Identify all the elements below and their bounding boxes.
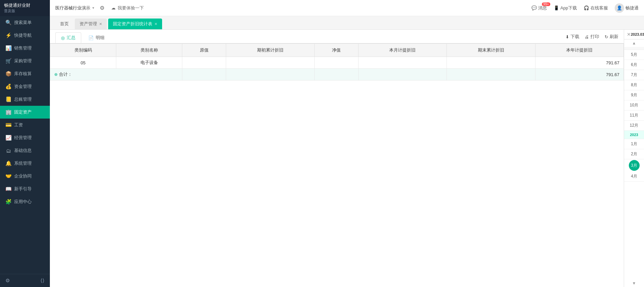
date-item-prev-11月[interactable]: 11月 (624, 110, 644, 121)
sidebar-item-inventory[interactable]: 📦库存核算 (0, 67, 50, 80)
total-row: ⊕合计：791.67 (50, 69, 624, 81)
col-本月计提折旧: 本月计提折旧 (358, 44, 447, 57)
sidebar: 畅捷通好业财 普及版 🔍搜索菜单⚡快捷导航📊销售管理🛒采购管理📦库存核算💰资金管… (0, 0, 50, 287)
collapse-icon[interactable]: ⟨⟩ (40, 278, 44, 284)
sidebar-item-collab[interactable]: 🤝企业协同 (0, 170, 50, 183)
sidebar-label-base-info: 基础信息 (14, 148, 32, 154)
sidebar-item-fixed-assets[interactable]: 🏢固定资产 (0, 106, 50, 119)
sidebar-item-purchase[interactable]: 🛒采购管理 (0, 55, 50, 67)
user-menu[interactable]: 👤 畅捷通 (615, 3, 639, 13)
date-item-prev-12月[interactable]: 12月 (624, 121, 644, 131)
app-download-label: App下载 (560, 5, 577, 11)
sidebar-bottom: ⚙ ⟨⟩ (0, 274, 50, 287)
sidebar-item-search[interactable]: 🔍搜索菜单 (0, 16, 50, 29)
total-cell-6 (447, 69, 535, 81)
sidebar-item-finance[interactable]: 💰资金管理 (0, 80, 50, 93)
download-icon: ⬇ (565, 34, 569, 39)
download-btn[interactable]: ⬇ 下载 (565, 34, 579, 40)
main-panel: ◎汇总📄明细 ⬇ 下载 🖨 打印 ↻ 刷新 (50, 30, 624, 287)
sidebar-item-guide[interactable]: 📖新手引导 (0, 183, 50, 195)
tab-close-depreciation[interactable]: ✕ (154, 22, 157, 26)
date-item-prev-9月[interactable]: 9月 (624, 90, 644, 100)
refresh-btn[interactable]: ↻ 刷新 (605, 34, 618, 40)
sidebar-item-ledger[interactable]: 📒总账管理 (0, 93, 50, 106)
date-item-2023-4月[interactable]: 4月 (624, 171, 644, 182)
col-类别编码: 类别编码 (50, 44, 116, 57)
inventory-icon: 📦 (5, 71, 11, 77)
print-btn[interactable]: 🖨 打印 (585, 34, 599, 40)
guide-icon: 📖 (5, 186, 11, 192)
subtab-label-detail: 明细 (96, 35, 104, 41)
company-arrow-icon: ▾ (92, 6, 94, 10)
app-name: 畅捷通好业财 (4, 3, 30, 8)
date-item-2023-1月[interactable]: 1月 (624, 139, 644, 149)
col-本年计提折旧: 本年计提折旧 (535, 44, 623, 57)
total-cell-2 (182, 69, 226, 81)
sys-icon: 🔔 (5, 160, 11, 166)
service-icon: 🎧 (584, 5, 589, 10)
content-area: ◎汇总📄明细 ⬇ 下载 🖨 打印 ↻ 刷新 (50, 30, 644, 287)
refresh-label: 刷新 (610, 34, 618, 40)
settings-icon[interactable]: ⚙ (5, 278, 10, 284)
sidebar-item-base-info[interactable]: 🗂基础信息 (0, 144, 50, 157)
date-list: 5月6月7月8月9月10月11月12月20231月2月3月4月 (624, 47, 644, 280)
cell-1: 电子设备 (116, 57, 182, 69)
sidebar-item-sales[interactable]: 📊销售管理 (0, 42, 50, 55)
sidebar-item-sys[interactable]: 🔔系统管理 (0, 157, 50, 170)
cell-7: 791.67 (535, 57, 623, 69)
finance-icon: 💰 (5, 84, 11, 90)
tab-label-depreciation: 固定资产折旧统计表 (113, 21, 152, 27)
subtab-summary[interactable]: ◎汇总 (55, 32, 81, 43)
avatar-icon: 👤 (617, 5, 622, 10)
subtab-detail[interactable]: 📄明细 (83, 32, 110, 43)
tab-close-asset-mgmt[interactable]: ✕ (99, 22, 102, 26)
cell-6 (447, 57, 535, 69)
year-2023-marker: 2023 (624, 131, 644, 139)
app-center-icon: 🧩 (5, 199, 11, 205)
date-scroll-down[interactable]: ▼ (624, 280, 644, 287)
company-selector[interactable]: 医疗器械行业演示 ▾ (55, 5, 94, 11)
date-item-prev-10月[interactable]: 10月 (624, 100, 644, 110)
purchase-icon: 🛒 (5, 58, 11, 64)
sidebar-item-app-center[interactable]: 🧩应用中心 (0, 195, 50, 208)
date-scroll-up[interactable]: ▲ (624, 39, 644, 47)
total-cell-0: ⊕合计： (50, 69, 182, 81)
tab-asset-mgmt[interactable]: 资产管理✕ (75, 19, 107, 29)
sidebar-logo: 畅捷通好业财 普及版 (0, 0, 50, 16)
main-content: 医疗器械行业演示 ▾ ⚙ ☁ 我要体验一下 💬 消息 99+ 📱 App下载 🎧… (50, 0, 644, 287)
sidebar-label-payroll: 工资 (14, 122, 23, 128)
experience-btn[interactable]: ☁ 我要体验一下 (111, 5, 144, 11)
date-item-2023-2月[interactable]: 2月 (624, 149, 644, 159)
sidebar-item-ops[interactable]: 📈经营管理 (0, 131, 50, 144)
sidebar-label-sys: 系统管理 (14, 160, 32, 166)
app-download-btn[interactable]: 📱 App下载 (554, 5, 577, 11)
print-label: 打印 (590, 34, 599, 40)
refresh-icon: ↻ (605, 34, 608, 39)
fixed-assets-icon: 🏢 (5, 109, 11, 115)
message-icon: 💬 (531, 5, 537, 10)
date-item-prev-8月[interactable]: 8月 (624, 80, 644, 90)
sidebar-nav: 🔍搜索菜单⚡快捷导航📊销售管理🛒采购管理📦库存核算💰资金管理📒总账管理🏢固定资产… (0, 16, 50, 274)
sidebar-label-app-center: 应用中心 (14, 199, 32, 205)
sidebar-label-quick-nav: 快捷导航 (14, 32, 32, 38)
total-label: 合计： (59, 72, 72, 77)
date-panel-close-icon[interactable]: ✕ (627, 32, 631, 37)
user-name: 畅捷通 (625, 5, 639, 11)
date-item-prev-5月[interactable]: 5月 (624, 50, 644, 60)
topbar-settings-icon[interactable]: ⚙ (100, 5, 104, 11)
date-item-prev-6月[interactable]: 6月 (624, 60, 644, 70)
sidebar-item-payroll[interactable]: 💳工资 (0, 119, 50, 131)
ledger-icon: 📒 (5, 96, 11, 102)
tab-home[interactable]: 首页 (55, 19, 73, 29)
quick-nav-icon: ⚡ (5, 32, 11, 38)
sidebar-item-quick-nav[interactable]: ⚡快捷导航 (0, 29, 50, 42)
message-btn[interactable]: 💬 消息 99+ (531, 5, 547, 11)
print-icon: 🖨 (585, 34, 589, 39)
cell-2 (182, 57, 226, 69)
customer-service-label: 在线客服 (590, 5, 608, 11)
date-item-2023-3月[interactable]: 3月 (629, 160, 640, 171)
customer-service-btn[interactable]: 🎧 在线客服 (584, 5, 608, 11)
total-icon: ⊕ (54, 72, 58, 77)
tab-depreciation[interactable]: 固定资产折旧统计表✕ (108, 19, 162, 29)
date-item-prev-7月[interactable]: 7月 (624, 70, 644, 80)
